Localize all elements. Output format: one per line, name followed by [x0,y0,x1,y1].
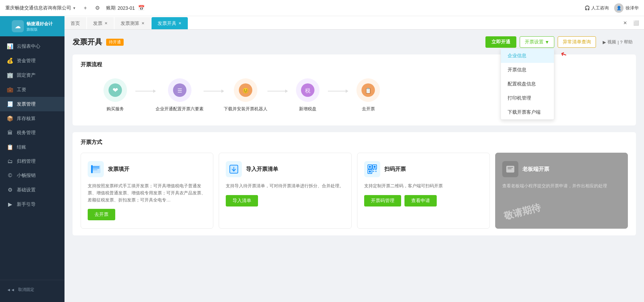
svg-text:📋: 📋 [365,87,372,94]
content-area: 首页 发票 ✕ 发票测算 ✕ 发票开具 ✕ ✕ ⬜ [65,16,644,302]
jichushezhi-icon: ⚙ [7,187,13,193]
top-header: 重庆畅捷交通信息咨询有限公司 ▾ + ⚙ 账期 2023-01 📅 🎧 人工咨询… [0,0,644,16]
dropdown-item-tax-config[interactable]: 配置税盘信息 [501,77,554,91]
sidebar: ☁ 畅捷通好会计 旗舰版 📊 云报表中心 💰 资金管理 🏢 固定资产 💼 工资 [0,16,65,302]
add-tab-button[interactable]: + [81,3,90,13]
printer-label: 打印机管理 [508,95,531,101]
scan-method-icon [364,161,380,177]
sidebar-item-zijin[interactable]: 💰 资金管理 [0,53,65,68]
video-help-button[interactable]: ▶ 视频 | ? 帮助 [599,37,636,47]
svg-rect-25 [375,169,377,170]
methods-section: 开票方式 发票填开 支持按照发票样式手工填开发票；可开具增值税电子普通发票、增值… [73,132,636,235]
sidebar-label: 工资 [17,87,26,93]
flow-arrow-3 [267,91,288,91]
close-window-icon[interactable]: ✕ [621,19,629,27]
flow-step-download: 😊 下载并安装开票机器人 [224,78,267,112]
sidebar-item-guidang[interactable]: 🗂 归档管理 [0,154,65,168]
svg-rect-28 [508,167,513,168]
scan-desc: 支持定制开票二维码，客户端可扫码开票 [364,183,483,190]
sidebar-label: 小畅报销 [17,173,36,179]
app-version: 旗舰版 [27,27,53,32]
tab-kaiju-close[interactable]: ✕ [178,21,181,26]
invoice-step-icon: 📋 [356,78,380,102]
settings-button[interactable]: 开票设置 ▼ [520,36,555,48]
sidebar-nav: 📊 云报表中心 💰 资金管理 🏢 固定资产 💼 工资 🧾 发票管理 📦 [0,36,65,280]
config-step-label: 企业开通配置开票六要素 [156,106,204,112]
tab-cesuan-close[interactable]: ✕ [141,21,144,26]
maximize-icon[interactable]: ⬜ [632,19,640,27]
avatar: 👤 [614,3,624,13]
sidebar-item-xinshou[interactable]: ▶ 新手引导 [0,197,65,212]
tab-home[interactable]: 首页 [65,17,86,29]
activate-button[interactable]: 立即开通 [485,36,516,48]
company-name: 重庆畅捷交通信息咨询有限公司 [5,5,71,11]
svg-rect-26 [375,171,377,172]
sidebar-item-xiaochang[interactable]: © 小畅报销 [0,168,65,183]
yunbao-icon: 📊 [7,43,13,49]
dropdown-item-download[interactable]: 下载开票客户端 [501,105,554,119]
dropdown-item-invoice-info[interactable]: 开票信息 [501,63,554,77]
invoice-methods: 发票填开 支持按照发票样式手工填开发票；可开具增值税电子普通发票、增值税普通发票… [81,153,628,229]
sidebar-label: 发票管理 [17,101,36,107]
fill-invoice-button[interactable]: 去开票 [88,209,115,220]
flow-step-config: ☰ 企业开通配置开票六要素 [156,78,204,112]
tab-fapiao-label: 发票 [93,21,102,27]
sidebar-item-cancel-pin[interactable]: ◄◄ 取消固定 [0,283,65,297]
tab-window-actions: ✕ ⬜ [621,19,640,27]
method-card-scan: 扫码开票 支持定制开票二维码，客户端可扫码开票 开票码管理 查看申请 [357,153,490,229]
zijin-icon: 💰 [7,58,13,64]
tab-fapiao-cesuan[interactable]: 发票测算 ✕ [115,17,151,29]
company-selector[interactable]: 重庆畅捷交通信息咨询有限公司 ▾ [5,5,75,11]
sidebar-item-shuiwu[interactable]: 🏛 税务管理 [0,126,65,140]
page-title: 发票开具 [73,37,102,47]
tab-kaiju-label: 发票开具 [158,21,176,27]
svg-text:❤: ❤ [113,86,118,94]
addtax-step-label: 新增税盘 [299,106,316,112]
sidebar-item-fapiao[interactable]: 🧾 发票管理 [0,97,65,111]
qr-manage-button[interactable]: 开票码管理 [364,195,401,206]
boss-title: 老板端开票 [522,166,549,173]
dropdown-item-printer[interactable]: 打印机管理 [501,91,554,105]
sidebar-item-yunbao[interactable]: 📊 云报表中心 [0,39,65,53]
invoice-step-label: 去开票 [362,106,375,112]
sidebar-item-gongzi[interactable]: 💼 工资 [0,82,65,97]
boss-method-icon [502,161,518,177]
settings-icon[interactable]: ⚙ [93,3,102,13]
sidebar-item-jiezhang[interactable]: 📋 结账 [0,140,65,154]
status-badge: 待开通 [106,39,124,46]
fill-desc: 支持按照发票样式手工填开发票；可开具增值税电子普通发票、增值税普通发票、增值税专… [88,183,206,203]
shuiwu-icon: 🏛 [7,130,13,136]
sidebar-item-gudingzichan[interactable]: 🏢 固定资产 [0,68,65,82]
settings-btn-label: 开票设置 [525,39,544,45]
support-button[interactable]: 🎧 人工咨询 [585,5,609,11]
dropdown-item-company-info[interactable]: 企业信息 ➜ [501,49,554,63]
sidebar-label: 新手引导 [17,201,36,207]
method-card-boss: 老板端开票 查看老板端小程序提交的开票申请，并作出相应的处理 敬请期待 [495,153,628,229]
import-list-button[interactable]: 导入清单 [226,195,258,206]
sidebar-item-jichushezhi[interactable]: ⚙ 基础设置 [0,183,65,197]
settings-dropdown-menu: 企业信息 ➜ 开票信息 配置税盘信息 打印机管理 [501,48,554,120]
video-label: 视频 [607,39,616,45]
sidebar-bottom: ◄◄ 取消固定 [0,280,65,302]
tab-fapiao-kaiju[interactable]: 发票开具 ✕ [152,17,188,29]
methods-section-title: 开票方式 [81,139,628,146]
svg-rect-13 [92,169,97,170]
tab-home-label: 首页 [71,21,80,27]
sidebar-item-kucun[interactable]: 📦 库存核算 [0,111,65,126]
svg-rect-23 [373,169,374,170]
tab-cesuan-label: 发票测算 [121,21,139,27]
fill-method-icon [88,161,104,177]
calendar-icon[interactable]: 📅 [137,3,146,13]
jiezhang-icon: 📋 [7,144,13,150]
view-apply-button[interactable]: 查看申请 [404,195,437,206]
user-info[interactable]: 👤 徐泽华 [614,3,639,13]
invoice-info-label: 开票信息 [508,67,526,72]
scan-buttons: 开票码管理 查看申请 [364,195,483,206]
svg-rect-22 [374,166,376,168]
tab-fapiao[interactable]: 发票 ✕ [87,17,114,29]
svg-rect-11 [92,166,99,167]
tab-fapiao-close[interactable]: ✕ [104,21,108,26]
period-label: 账期 [106,5,116,11]
download-step-label: 下载并安装开票机器人 [224,106,267,112]
exception-button[interactable]: 异常清单查询 [558,36,596,48]
